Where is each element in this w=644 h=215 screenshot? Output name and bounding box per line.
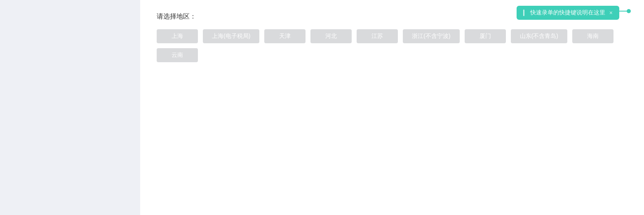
region-btn-shanghai-etax[interactable]: 上海(电子税局) [203, 29, 259, 43]
region-btn-shandong[interactable]: 山东(不含青岛) [511, 29, 567, 43]
tooltip-connector-dot [627, 9, 631, 13]
tooltip-text: 快速录单的快捷键说明在这里 [530, 9, 605, 16]
tooltip-banner: 快速录单的快捷键说明在这里 × [517, 6, 619, 20]
region-btn-hainan[interactable]: 海南 [572, 29, 613, 43]
sidebar [0, 0, 140, 215]
region-btn-zhejiang[interactable]: 浙江(不含宁波) [403, 29, 459, 43]
region-btn-tianjin[interactable]: 天津 [264, 29, 306, 43]
region-btn-jiangsu[interactable]: 江苏 [357, 29, 398, 43]
region-btn-shanghai[interactable]: 上海 [157, 29, 198, 43]
region-buttons-container: 上海上海(电子税局)天津河北江苏浙江(不含宁波)厦门山东(不含青岛)海南云南 [157, 29, 628, 62]
region-btn-hebei[interactable]: 河北 [310, 29, 352, 43]
region-btn-xiamen[interactable]: 厦门 [465, 29, 506, 43]
main-content: 请选择地区： 上海上海(电子税局)天津河北江苏浙江(不含宁波)厦门山东(不含青岛… [140, 0, 644, 215]
tooltip-connector-line [619, 11, 627, 12]
tooltip-close-button[interactable]: × [609, 9, 613, 16]
region-btn-yunnan[interactable]: 云南 [157, 48, 198, 62]
